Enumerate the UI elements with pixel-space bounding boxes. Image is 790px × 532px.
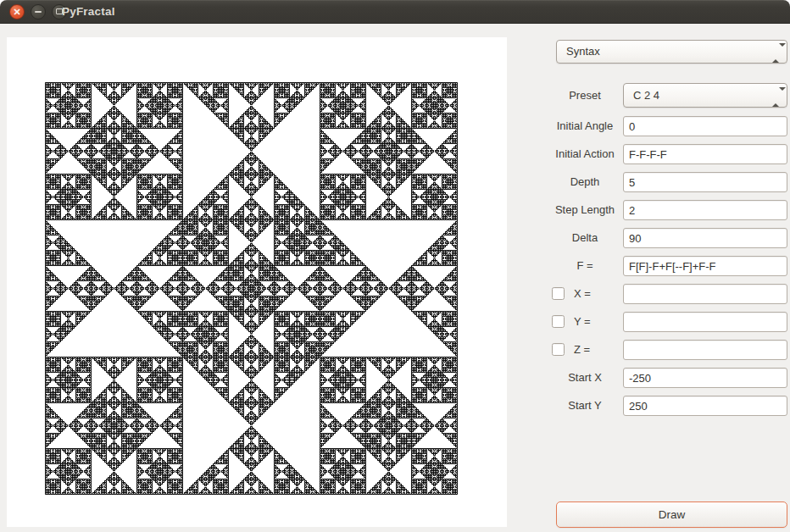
- initial-angle-input[interactable]: [623, 116, 787, 136]
- minimize-icon: [35, 11, 42, 13]
- syntax-select[interactable]: Syntax: [556, 40, 787, 64]
- start-x-label: Start X: [534, 368, 636, 388]
- delta-input[interactable]: [623, 228, 787, 248]
- depth-input[interactable]: [623, 172, 787, 192]
- titlebar: ✕ PyFractal: [0, 0, 790, 24]
- f-rule-input[interactable]: [623, 256, 787, 276]
- initial-action-label: Initial Action: [534, 144, 636, 164]
- start-x-input[interactable]: [623, 368, 787, 388]
- initial-action-input[interactable]: [623, 144, 787, 164]
- step-length-label: Step Length: [534, 200, 636, 220]
- y-rule-input[interactable]: [623, 312, 787, 332]
- z-rule-checkbox[interactable]: [552, 343, 565, 356]
- close-button[interactable]: ✕: [9, 4, 25, 19]
- start-y-input[interactable]: [623, 396, 787, 416]
- step-length-input[interactable]: [623, 200, 787, 220]
- delta-label: Delta: [534, 228, 636, 248]
- x-rule-checkbox[interactable]: [552, 287, 565, 300]
- start-y-label: Start Y: [534, 396, 636, 416]
- minimize-button[interactable]: [31, 4, 46, 19]
- depth-label: Depth: [534, 172, 636, 192]
- f-rule-label: F =: [534, 256, 636, 276]
- initial-angle-label: Initial Angle: [534, 116, 636, 136]
- y-rule-label: Y =: [574, 312, 591, 332]
- app-window: ✕ PyFractal Syntax Preset C 2 4 Initial …: [0, 0, 790, 532]
- chevron-updown-icon: [772, 47, 779, 59]
- fractal-canvas: [7, 37, 507, 527]
- syntax-select-value: Syntax: [566, 41, 600, 63]
- x-rule-label: X =: [574, 284, 591, 304]
- x-rule-input[interactable]: [623, 284, 787, 304]
- preset-select[interactable]: C 2 4: [623, 83, 787, 108]
- z-rule-label: Z =: [574, 340, 590, 360]
- fractal-canvas-area: [7, 37, 507, 527]
- z-rule-input[interactable]: [623, 340, 787, 360]
- y-rule-checkbox[interactable]: [552, 315, 565, 328]
- window-title: PyFractal: [62, 0, 115, 24]
- draw-button[interactable]: Draw: [556, 502, 787, 528]
- chevron-updown-icon: [772, 91, 779, 103]
- preset-select-value: C 2 4: [633, 84, 659, 107]
- close-icon: ✕: [10, 5, 24, 19]
- preset-label: Preset: [534, 84, 636, 108]
